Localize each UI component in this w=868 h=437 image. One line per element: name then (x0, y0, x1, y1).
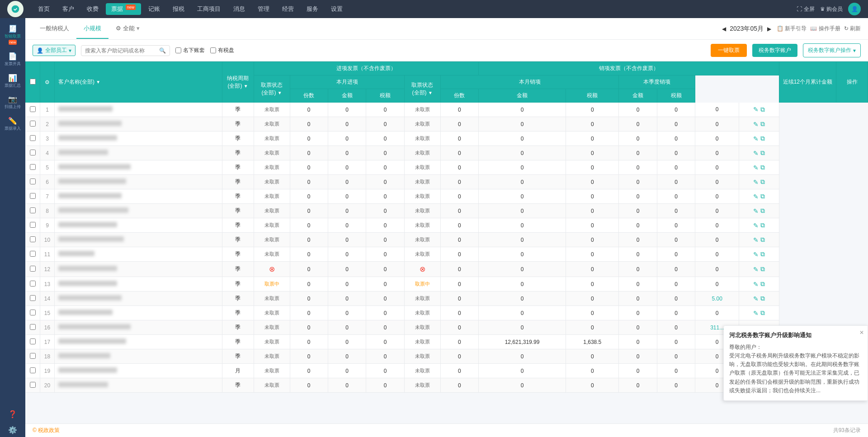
edit-icon[interactable]: ✎ (753, 106, 759, 113)
nav-settings[interactable]: 设置 (326, 3, 348, 15)
nav-service[interactable]: 服务 (301, 3, 324, 15)
row-checkbox[interactable] (30, 281, 36, 287)
sidebar-item-smart-ticket[interactable]: 🧾 智能取票 new (0, 22, 25, 47)
out-amount-cell: 12,621,319.99 (479, 335, 566, 349)
row-checkbox[interactable] (30, 179, 36, 184)
nav-message[interactable]: 消息 (228, 3, 250, 15)
copy-icon[interactable]: ⧉ (760, 295, 765, 302)
in-status-cell: 未取票 (254, 349, 290, 364)
edit-icon[interactable]: ✎ (753, 295, 759, 302)
sidebar-item-settings[interactable]: ⚙️ (0, 423, 25, 437)
row-checkbox[interactable] (30, 382, 36, 388)
copy-icon[interactable]: ⧉ (760, 120, 765, 128)
edit-icon[interactable]: ✎ (753, 164, 759, 171)
row-checkbox[interactable] (30, 150, 36, 155)
sidebar-item-summary[interactable]: 📊 票据汇总 (0, 71, 25, 91)
nav-commerce[interactable]: 工商项目 (192, 3, 226, 15)
row-checkbox[interactable] (30, 295, 36, 301)
edit-icon[interactable]: ✎ (753, 207, 759, 215)
row-checkbox[interactable] (30, 121, 36, 127)
row-checkbox[interactable] (30, 236, 36, 242)
nav-home[interactable]: 首页 (33, 3, 55, 15)
copy-icon[interactable]: ⧉ (760, 280, 765, 288)
tax-digital-account-op-button[interactable]: 税务数字账户操作 ▾ (803, 43, 861, 57)
sidebar-item-entry[interactable]: ✏️ 票据录入 (0, 114, 25, 134)
employee-filter[interactable]: 👤 全部员工 ▾ (33, 45, 75, 56)
copy-icon[interactable]: ⧉ (760, 250, 765, 258)
in-status-cell: 未取票 (254, 218, 290, 233)
edit-icon[interactable]: ✎ (753, 121, 759, 128)
row-checkbox[interactable] (30, 324, 36, 330)
taxdisk-checkbox[interactable] (210, 47, 216, 53)
tab-small-scale[interactable]: 小规模 (76, 19, 108, 39)
nav-operation[interactable]: 经营 (277, 3, 299, 15)
tab-allround[interactable]: ⚙ 全能 ▾ (108, 19, 147, 39)
tab-general-taxpayer[interactable]: 一般纳税人 (33, 19, 76, 39)
sidebar-item-scan[interactable]: 📷 扫描上传 (0, 92, 25, 112)
nav-customer[interactable]: 客户 (57, 3, 80, 15)
one-key-ticket-button[interactable]: 一键取票 (711, 44, 747, 57)
edit-icon[interactable]: ✎ (753, 236, 759, 244)
edit-icon[interactable]: ✎ (753, 222, 759, 229)
user-avatar[interactable]: 👤 (848, 3, 861, 15)
new-guide-link[interactable]: 📋 新手引导 (777, 25, 807, 33)
row-checkbox[interactable] (30, 367, 36, 373)
edit-icon[interactable]: ✎ (753, 266, 759, 273)
in-status: 未取票 (264, 136, 279, 141)
prev-month-button[interactable]: ◀ (722, 26, 726, 32)
next-month-button[interactable]: ▶ (767, 26, 771, 32)
row-checkbox[interactable] (30, 251, 36, 257)
edit-icon[interactable]: ✎ (753, 193, 759, 200)
row-checkbox[interactable] (30, 135, 36, 141)
copy-icon[interactable]: ⧉ (760, 193, 765, 200)
copy-icon[interactable]: ⧉ (760, 236, 765, 244)
row-checkbox[interactable] (30, 338, 36, 344)
sidebar-item-help[interactable]: ❓ (0, 407, 25, 421)
row-checkbox[interactable] (30, 207, 36, 213)
processing-status: 取票中 (264, 281, 279, 287)
row-checkbox[interactable] (30, 222, 36, 228)
edit-icon[interactable]: ✎ (753, 135, 759, 142)
row-checkbox[interactable] (30, 106, 36, 112)
copy-icon[interactable]: ⧉ (760, 265, 765, 273)
nav-manage[interactable]: 管理 (252, 3, 275, 15)
nav-fee[interactable]: 收费 (81, 3, 104, 15)
copy-icon[interactable]: ⧉ (760, 149, 765, 157)
copy-icon[interactable]: ⧉ (760, 221, 765, 229)
select-all-checkbox[interactable] (30, 79, 36, 85)
in-status-cell: 未取票 (254, 132, 290, 146)
tax-policy-link[interactable]: © 税政政策 (33, 427, 60, 434)
edit-icon[interactable]: ✎ (753, 179, 759, 186)
fullscreen-action[interactable]: ⛶ 全屏 (797, 5, 814, 13)
row-checkbox[interactable] (30, 193, 36, 199)
row-checkbox[interactable] (30, 353, 36, 359)
copy-icon[interactable]: ⧉ (760, 106, 765, 113)
checkbox-taxdisk[interactable]: 有税盘 (210, 47, 234, 54)
edit-icon[interactable]: ✎ (753, 251, 759, 258)
manual-link[interactable]: 📖 操作手册 (810, 25, 840, 33)
edit-icon[interactable]: ✎ (753, 281, 759, 288)
notification-close-button[interactable]: ✕ (859, 329, 864, 336)
copy-icon[interactable]: ⧉ (760, 135, 765, 142)
row-checkbox[interactable] (30, 266, 36, 272)
checkbox-account[interactable]: 名下账套 (175, 47, 205, 54)
sidebar-item-open-invoice[interactable]: 📄 发票开具 (0, 49, 25, 69)
row-checkbox[interactable] (30, 310, 36, 315)
copy-icon[interactable]: ⧉ (760, 164, 765, 171)
nav-invoice[interactable]: 票据 new (106, 3, 141, 15)
nav-accounting[interactable]: 记账 (143, 3, 165, 15)
account-checkbox[interactable] (175, 47, 181, 53)
copy-icon[interactable]: ⧉ (760, 178, 765, 186)
edit-icon[interactable]: ✎ (753, 150, 759, 157)
copy-icon[interactable]: ⧉ (760, 309, 765, 317)
copy-icon[interactable]: ⧉ (760, 207, 765, 215)
edit-icon[interactable]: ✎ (753, 310, 759, 317)
search-icon[interactable]: 🔍 (159, 47, 166, 54)
row-checkbox[interactable] (30, 164, 36, 170)
refresh-link[interactable]: ↻ 刷新 (844, 25, 861, 33)
vip-action[interactable]: ♛ 购会员 (820, 5, 843, 13)
nav-tax[interactable]: 报税 (167, 3, 190, 15)
search-input[interactable] (85, 47, 157, 54)
tax-digital-account-button[interactable]: 税务数字账户 (752, 44, 797, 57)
customer-name-blurred (58, 324, 131, 329)
